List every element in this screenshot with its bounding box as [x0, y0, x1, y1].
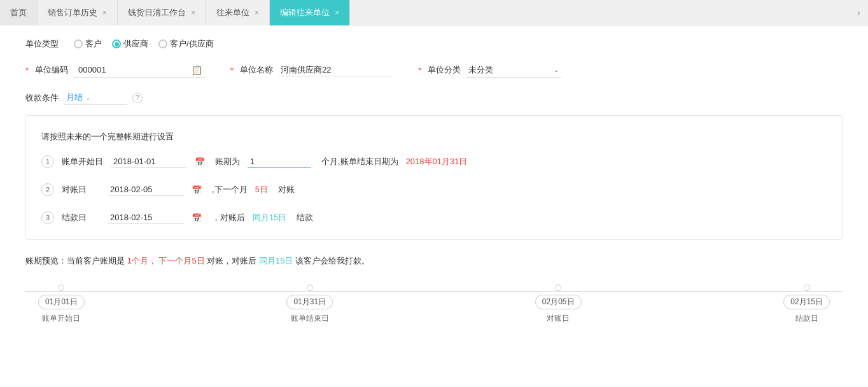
payment-suffix2: 结款 [297, 212, 313, 223]
category-field: * 单位分类 未分类 ⌄ [418, 63, 561, 78]
step-row-3: 3 结款日 📅 ，对账后 同月15日 结款 [41, 211, 827, 224]
category-required: * [418, 66, 421, 75]
unit-type-label: 单位类型 [25, 38, 59, 50]
tab-partner-close[interactable]: × [255, 8, 259, 17]
payment-date-calendar-icon[interactable]: 📅 [192, 213, 202, 223]
step-1-label: 账单开始日 [62, 156, 103, 167]
payment-date-input[interactable] [108, 211, 184, 224]
tab-home-label: 首页 [10, 7, 27, 18]
preview-part2: 下一个月5日 [158, 256, 204, 265]
tab-edit-partner-label: 编辑往来单位 [280, 7, 330, 18]
main-content: 单位类型 客户 供应商 客户/供应商 * 单位编码 📋 * 单位名称 [0, 25, 868, 387]
radio-supplier-circle [112, 39, 121, 48]
payment-terms-field: 收款条件 月结 ⌄ ? [25, 90, 143, 105]
timeline-badge-1: 01月01日 [38, 295, 85, 309]
radio-both-label: 客户/供应商 [170, 38, 214, 50]
timeline-node-4: 02月15日 结款日 [783, 285, 830, 324]
tab-home[interactable]: 首页 [0, 0, 38, 25]
tab-expand-button[interactable]: › [850, 0, 868, 25]
timeline-label-3: 对账日 [547, 313, 570, 324]
payment-terms-chevron: ⌄ [85, 94, 90, 101]
step-2-label: 对账日 [62, 184, 100, 195]
step-2-number: 2 [41, 183, 54, 196]
timeline-container: 01月01日 账单开始日 01月31日 账单结束日 02月05日 对账日 [25, 285, 843, 324]
tab-sales-order-close[interactable]: × [102, 8, 107, 17]
radio-supplier-label: 供应商 [123, 38, 148, 50]
tab-cash-ledger-close[interactable]: × [191, 8, 195, 17]
category-dropdown-arrow: ⌄ [554, 66, 559, 73]
preview-part4: 同月15日 [259, 256, 293, 265]
radio-both[interactable]: 客户/供应商 [158, 38, 214, 50]
name-label: 单位名称 [240, 64, 273, 76]
code-input-wrapper: 📋 [73, 62, 205, 78]
section-title: 请按照未来的一个完整帐期进行设置 [41, 131, 827, 143]
timeline-label-2: 账单结束日 [291, 313, 329, 324]
step-row-2: 2 对账日 📅 ,下一个月 5日 对账 [41, 183, 827, 196]
timeline-label-4: 结款日 [795, 313, 818, 324]
radio-supplier[interactable]: 供应商 [112, 38, 148, 50]
unit-info-row: * 单位编码 📋 * 单位名称 * 单位分类 未分类 ⌄ [25, 62, 843, 78]
timeline-node-1: 01月01日 账单开始日 [38, 285, 85, 324]
tab-partner[interactable]: 往来单位 × [206, 0, 270, 25]
preview-part5: 该客户会给我打款。 [295, 256, 370, 265]
preview-section: 账期预览：当前客户账期是 1个月， 下一个月5日 对账，对账后 同月15日 该客… [25, 245, 843, 324]
period-value-input[interactable] [248, 155, 311, 168]
tab-sales-order-label: 销售订单历史 [48, 7, 97, 18]
step-3-label: 结款日 [62, 212, 100, 223]
category-value: 未分类 [468, 64, 554, 76]
period-label: 账期为 [215, 156, 240, 167]
timeline-nodes: 01月01日 账单开始日 01月31日 账单结束日 02月05日 对账日 [38, 285, 830, 324]
code-label: 单位编码 [35, 64, 68, 76]
payment-day: 同月15日 [253, 212, 286, 223]
timeline-label-1: 账单开始日 [42, 313, 80, 324]
preview-part1: 1个月， [127, 256, 157, 265]
step-3-number: 3 [41, 211, 54, 224]
code-input[interactable] [76, 64, 188, 76]
reconcile-date-calendar-icon[interactable]: 📅 [192, 185, 202, 195]
code-required: * [25, 66, 29, 75]
step-1-number: 1 [41, 155, 54, 168]
start-date-calendar-icon[interactable]: 📅 [195, 157, 205, 167]
payment-terms-value: 月结 [66, 92, 83, 103]
timeline-dot-3 [555, 285, 561, 291]
radio-customer[interactable]: 客户 [74, 38, 102, 50]
timeline-node-2: 01月31日 账单结束日 [286, 285, 333, 324]
preview-part3: 对账，对账后 [207, 256, 256, 265]
period-end-date: 2018年01月31日 [406, 156, 468, 167]
payment-terms-label: 收款条件 [25, 92, 59, 104]
name-input[interactable] [278, 64, 393, 76]
name-field: * 单位名称 [230, 64, 393, 76]
reconcile-date-input[interactable] [108, 183, 184, 196]
name-required: * [230, 66, 234, 75]
payment-terms-row: 收款条件 月结 ⌄ ? [25, 90, 843, 105]
tab-cash-ledger[interactable]: 钱货日清工作台 × [118, 0, 206, 25]
category-dropdown[interactable]: 未分类 ⌄ [466, 63, 561, 78]
tab-partner-label: 往来单位 [216, 7, 249, 18]
tab-bar: 首页 销售订单历史 × 钱货日清工作台 × 往来单位 × 编辑往来单位 × › [0, 0, 868, 25]
timeline-node-3: 02月05日 对账日 [535, 285, 582, 324]
tab-edit-partner-close[interactable]: × [335, 8, 339, 17]
unit-type-row: 单位类型 客户 供应商 客户/供应商 [25, 38, 843, 50]
preview-label: 账期预览：当前客户账期是 [25, 256, 125, 265]
start-date-input[interactable] [111, 155, 187, 168]
timeline-badge-3: 02月05日 [535, 295, 582, 309]
timeline-dot-2 [307, 285, 313, 291]
payment-terms-help-icon[interactable]: ? [132, 93, 143, 103]
radio-both-circle [158, 39, 167, 48]
reconcile-suffix1: ,下一个月 [212, 184, 248, 195]
step-row-1: 1 账单开始日 📅 账期为 个月,账单结束日期为 2018年01月31日 [41, 155, 827, 168]
timeline-dot-1 [58, 285, 64, 291]
tab-edit-partner[interactable]: 编辑往来单位 × [270, 0, 350, 25]
timeline-badge-2: 01月31日 [286, 295, 333, 309]
radio-customer-label: 客户 [85, 38, 102, 50]
reconcile-suffix2: 对账 [278, 184, 295, 195]
tab-cash-ledger-label: 钱货日清工作台 [128, 7, 186, 18]
timeline-dot-4 [804, 285, 810, 291]
reconcile-day: 5日 [255, 184, 268, 195]
copy-icon[interactable]: 📋 [192, 65, 202, 75]
category-label: 单位分类 [428, 64, 461, 76]
payment-suffix1: ，对账后 [212, 212, 245, 223]
payment-terms-select[interactable]: 月结 ⌄ [64, 90, 127, 105]
tab-sales-order[interactable]: 销售订单历史 × [38, 0, 118, 25]
radio-customer-circle [74, 39, 83, 48]
